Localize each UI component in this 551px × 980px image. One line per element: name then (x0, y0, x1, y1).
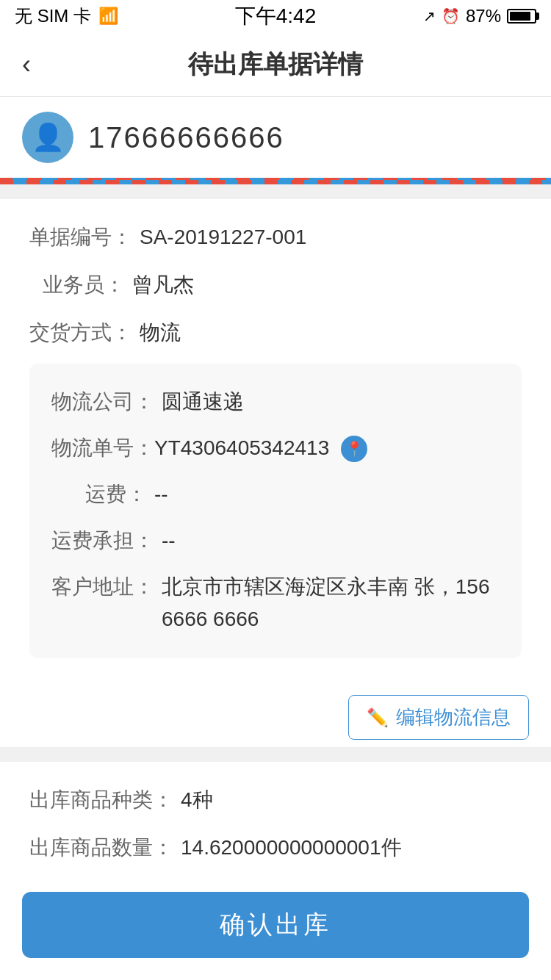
stock-quantity-label: 出库商品数量： (29, 832, 173, 865)
status-left: 无 SIM 卡 📶 (15, 4, 118, 28)
freight-bearer-label: 运费承担： (51, 525, 154, 558)
edit-logistics-label: 编辑物流信息 (396, 705, 511, 730)
edit-btn-row: ✏️ 编辑物流信息 (0, 680, 551, 747)
delivery-value: 物流 (140, 317, 522, 350)
doc-number-row: 单据编号： SA-20191227-001 (29, 221, 522, 254)
user-phone: 17666666666 (88, 121, 284, 154)
logistics-company-label: 物流公司： (51, 386, 154, 419)
battery-fill (510, 12, 530, 21)
sales-person-row: 业务员： 曾凡杰 (29, 269, 522, 302)
stock-quantity-row: 出库商品数量： 14.620000000000001件 (29, 832, 522, 865)
page-title: 待出库单据详情 (188, 48, 363, 82)
delivery-row: 交货方式： 物流 (29, 317, 522, 350)
sales-person-value: 曾凡杰 (132, 269, 522, 302)
delivery-label: 交货方式： (29, 317, 132, 350)
stock-section: 出库商品种类： 4种 出库商品数量： 14.620000000000001件 (0, 762, 551, 887)
stock-types-row: 出库商品种类： 4种 (29, 784, 522, 817)
edit-icon: ✏️ (367, 707, 389, 728)
address-row: 客户地址： 北京市市辖区海淀区永丰南 张，156 6666 6666 (51, 571, 500, 637)
freight-bearer-value: -- (162, 525, 500, 558)
back-button[interactable]: ‹ (22, 49, 31, 80)
stock-types-label: 出库商品种类： (29, 784, 173, 817)
confirm-outbound-button[interactable]: 确认出库 (22, 892, 529, 958)
tracking-label: 物流单号： (51, 432, 154, 465)
pin-icon: 📍 (345, 437, 364, 461)
logistics-company-value: 圆通速递 (162, 386, 500, 419)
edit-logistics-button[interactable]: ✏️ 编辑物流信息 (348, 695, 529, 740)
doc-number-label: 单据编号： (29, 221, 132, 254)
battery-text: 87% (466, 6, 501, 26)
tracking-row: 物流单号： YT4306405342413 📍 (51, 432, 500, 465)
freight-value: -- (154, 478, 500, 511)
battery-indicator (507, 9, 536, 24)
status-time: 下午4:42 (235, 2, 317, 30)
wifi-icon: 📶 (98, 7, 118, 26)
location-icon[interactable]: 📍 (341, 436, 367, 462)
gray-divider-1 (0, 747, 551, 762)
nav-bar: ‹ 待出库单据详情 (0, 32, 551, 97)
carrier-text: 无 SIM 卡 (15, 4, 91, 28)
address-value: 北京市市辖区海淀区永丰南 张，156 6666 6666 (162, 571, 500, 637)
avatar: 👤 (22, 112, 73, 163)
sales-person-label: 业务员： (29, 269, 125, 302)
stock-quantity-value: 14.620000000000001件 (181, 832, 402, 865)
logistics-company-row: 物流公司： 圆通速递 (51, 386, 500, 419)
avatar-icon: 👤 (32, 122, 65, 153)
address-label: 客户地址： (51, 571, 154, 604)
freight-row: 运费： -- (51, 478, 500, 511)
basic-info-section: 单据编号： SA-20191227-001 业务员： 曾凡杰 交货方式： 物流 … (0, 199, 551, 680)
doc-number-value: SA-20191227-001 (140, 221, 522, 254)
logistics-card: 物流公司： 圆通速递 物流单号： YT4306405342413 📍 运费： -… (29, 364, 522, 658)
confirm-btn-container: 确认出库 (0, 880, 551, 980)
alarm-icon: ⏰ (442, 7, 460, 25)
location-service-icon: ↗ (423, 7, 436, 25)
status-bar: 无 SIM 卡 📶 下午4:42 ↗ ⏰ 87% (0, 0, 551, 32)
freight-bearer-row: 运费承担： -- (51, 525, 500, 558)
freight-label: 运费： (51, 478, 147, 511)
stock-types-value: 4种 (181, 784, 213, 817)
status-right: ↗ ⏰ 87% (423, 6, 536, 26)
dashed-divider (0, 180, 551, 184)
tracking-number-row: YT4306405342413 📍 (154, 432, 367, 465)
user-header: 👤 17666666666 (0, 97, 551, 180)
tracking-number: YT4306405342413 (154, 432, 329, 465)
